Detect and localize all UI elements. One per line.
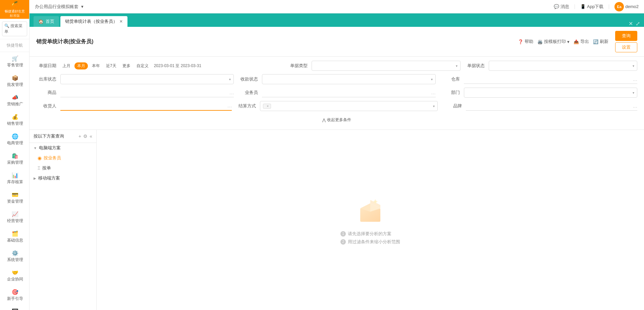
export-btn[interactable]: 📤 导出 bbox=[574, 39, 589, 45]
help-btn[interactable]: ❓ 帮助 bbox=[518, 39, 533, 45]
export-label: 导出 bbox=[580, 39, 589, 45]
doc-status-arrow: ▾ bbox=[633, 64, 634, 68]
settings-scheme-btn[interactable]: ⚙ bbox=[83, 134, 88, 139]
sidebar-item-sales[interactable]: 💰 销售管理 bbox=[0, 110, 29, 130]
left-panel-header: 按以下方案查询 + ⚙ « bbox=[30, 130, 96, 143]
collapse-btn[interactable]: ⋀ 收起更多条件 bbox=[36, 114, 637, 125]
sidebar-item-system[interactable]: ⚙️ 系统管理 bbox=[0, 247, 29, 266]
goods-dots[interactable]: ... bbox=[229, 90, 234, 96]
goods-control: ... bbox=[60, 88, 234, 97]
date-btn-this-month[interactable]: 本月 bbox=[74, 62, 88, 69]
brand-input[interactable] bbox=[466, 103, 633, 108]
tree-item-press[interactable]: Ξ 按单 bbox=[30, 163, 96, 173]
retail-icon: 🛒 bbox=[2, 55, 28, 62]
salesman-input[interactable] bbox=[262, 90, 431, 95]
doc-type-dropdown[interactable]: ▾ bbox=[312, 61, 460, 71]
sidebar-item-operation[interactable]: 📈 经营管理 bbox=[0, 208, 29, 227]
payment-tag-close[interactable]: × bbox=[267, 104, 269, 108]
sidebar-item-marketing[interactable]: 📣 营销推广 bbox=[0, 91, 29, 110]
export-icon: 📤 bbox=[574, 39, 579, 44]
goods-input[interactable] bbox=[60, 90, 229, 95]
salesman-dots[interactable]: ... bbox=[431, 90, 435, 96]
print-btn[interactable]: 🖨️ 按模板打印 ▾ bbox=[537, 39, 570, 45]
close-tab-btn[interactable]: ✕ bbox=[629, 20, 633, 27]
account-dropdown[interactable]: ▾ bbox=[81, 4, 84, 9]
sidebar-item-basic[interactable]: 🗂️ 基础信息 bbox=[0, 227, 29, 247]
receiver-control: ... bbox=[60, 101, 232, 111]
sidebar-item-purchase[interactable]: 🛍️ 采购管理 bbox=[0, 149, 29, 169]
empty-box-icon bbox=[354, 193, 387, 227]
brand-label: 品牌 bbox=[442, 103, 462, 109]
message-btn[interactable]: 💬 消息 bbox=[554, 4, 569, 10]
search-section: 🔍 搜索菜单 bbox=[0, 19, 29, 39]
receiver-dots[interactable]: ... bbox=[227, 103, 232, 109]
print-label: 按模板打印 bbox=[544, 39, 566, 45]
recv-status-arrow: ▾ bbox=[431, 78, 433, 81]
sidebar-item-apps[interactable]: 🔲 应用中心 bbox=[0, 305, 29, 310]
salesman-control: ... bbox=[262, 88, 435, 97]
sidebar-item-wholesale[interactable]: 📦 批发管理 bbox=[0, 71, 29, 91]
sidebar-item-inventory[interactable]: 📊 库存核算 bbox=[0, 169, 29, 188]
sidebar-item-ecommerce[interactable]: 🌐 电商管理 bbox=[0, 130, 29, 149]
out-status-control: ▾ bbox=[60, 74, 234, 84]
doc-status-control: ▾ bbox=[489, 61, 637, 71]
warehouse-dots[interactable]: ... bbox=[633, 76, 637, 82]
refresh-btn[interactable]: 🔄 刷新 bbox=[593, 39, 608, 45]
topbar-left: 办公用品行业模拟账套 ▾ bbox=[35, 4, 84, 10]
doc-status-label: 单据状态 bbox=[465, 63, 485, 69]
receiver-input[interactable] bbox=[60, 103, 227, 108]
avatar-text: Ea bbox=[617, 5, 622, 9]
dept-arrow: ▾ bbox=[633, 91, 634, 95]
query-button[interactable]: 查询 bbox=[615, 31, 637, 41]
page-title: 销货单统计表(按业务员) bbox=[36, 38, 94, 49]
tab-sales-stat[interactable]: 销货单统计表（按业务员） ✕ bbox=[60, 16, 127, 27]
tree-label-mobile: 移动端方案 bbox=[38, 175, 60, 181]
set-button[interactable]: 设置 bbox=[615, 42, 637, 52]
recv-status-dropdown[interactable]: ▾ bbox=[262, 74, 435, 84]
date-btn-last-month[interactable]: 上月 bbox=[60, 62, 72, 69]
date-btn-more[interactable]: 更多 bbox=[120, 62, 132, 69]
date-btn-7days[interactable]: 近7天 bbox=[104, 62, 118, 69]
date-btn-custom[interactable]: 自定义 bbox=[135, 62, 151, 69]
right-content: 1 请先选择要分析的方案 2 用过滤条件来缩小分析范围 bbox=[97, 130, 644, 310]
sidebar-item-wholesale-label: 批发管理 bbox=[7, 82, 23, 87]
sidebar-item-ecommerce-label: 电商管理 bbox=[7, 141, 23, 145]
doc-type-label: 单据类型 bbox=[287, 63, 308, 69]
tree-item-desktop[interactable]: ▼ 电脑端方案 bbox=[30, 143, 96, 153]
message-icon: 💬 bbox=[554, 4, 559, 9]
brand-dots[interactable]: ... bbox=[633, 103, 637, 109]
search-menu-button[interactable]: 🔍 搜索菜单 bbox=[2, 21, 27, 36]
app-download-btn[interactable]: 📱 App下载 bbox=[580, 4, 603, 10]
tab-close-icon[interactable]: ✕ bbox=[119, 19, 123, 24]
dept-dropdown[interactable]: ▾ bbox=[464, 88, 637, 98]
sidebar-item-inventory-label: 库存核算 bbox=[7, 179, 23, 184]
sidebar-item-cooperation[interactable]: 🤝 企业协同 bbox=[0, 266, 29, 286]
collapse-label: 收起更多条件 bbox=[327, 117, 351, 123]
dept-label: 部门 bbox=[440, 90, 460, 96]
page-actions: ❓ 帮助 🖨️ 按模板打印 ▾ 📤 导出 🔄 刷新 查询 bbox=[518, 31, 637, 56]
inventory-icon: 📊 bbox=[2, 172, 28, 178]
print-icon: 🖨️ bbox=[537, 39, 543, 44]
account-name: 办公用品行业模拟账套 bbox=[35, 4, 78, 10]
add-scheme-btn[interactable]: + bbox=[78, 134, 81, 139]
tree-item-salesman[interactable]: ◉ 按业务员 bbox=[30, 153, 96, 163]
expand-btn[interactable]: ⤢ bbox=[636, 20, 640, 27]
help-label: 帮助 bbox=[525, 39, 533, 45]
doc-status-dropdown[interactable]: ▾ bbox=[489, 61, 637, 71]
system-icon: ⚙️ bbox=[2, 250, 28, 256]
tree-item-mobile[interactable]: ▶ 移动端方案 bbox=[30, 173, 96, 183]
out-status-dropdown[interactable]: ▾ bbox=[60, 74, 234, 84]
tab-home[interactable]: 🏠 首页 bbox=[34, 16, 59, 27]
date-btn-this-year[interactable]: 本年 bbox=[90, 62, 102, 69]
sidebar-item-retail[interactable]: 🛒 零售管理 bbox=[0, 52, 29, 71]
user-profile[interactable]: Ea demo2 bbox=[614, 2, 639, 11]
dept-control: ▾ bbox=[464, 88, 637, 98]
tab-sales-stat-label: 销货单统计表（按业务员） bbox=[65, 18, 117, 24]
recv-status-control: ▾ bbox=[262, 74, 435, 84]
sidebar-item-finance[interactable]: 💳 资金管理 bbox=[0, 188, 29, 208]
sidebar-item-system-label: 系统管理 bbox=[7, 257, 23, 262]
warehouse-input[interactable] bbox=[464, 76, 633, 82]
sidebar-item-newbie[interactable]: 🎯 新手引导 bbox=[0, 286, 29, 305]
app-subtitle: 标准版 bbox=[10, 13, 20, 18]
collapse-panel-btn[interactable]: « bbox=[90, 134, 92, 139]
